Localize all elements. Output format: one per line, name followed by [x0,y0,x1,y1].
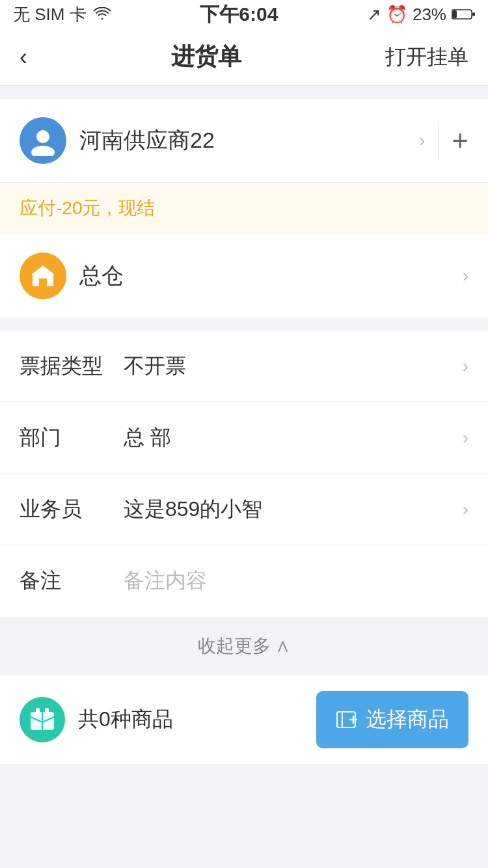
warehouse-name: 总仓 [79,261,463,291]
status-left: 无 SIM 卡 [13,3,111,26]
notice-text: 应付-20元，现结 [20,198,155,218]
status-time: 下午6:04 [200,1,278,28]
status-bar: 无 SIM 卡 下午6:04 ↗ ⏰ 23% [0,0,488,29]
invoice-label: 票据类型 [20,352,111,381]
warehouse-row[interactable]: 总仓 › [0,234,488,318]
nav-bar: ‹ 进货单 打开挂单 [0,29,488,86]
collapse-label: 收起更多 ∧ [198,636,291,656]
collapse-bar[interactable]: 收起更多 ∧ [0,617,488,675]
svg-point-3 [36,130,49,143]
department-value: 总 部 [111,424,463,452]
svg-rect-7 [39,278,47,286]
department-row[interactable]: 部门 总 部 › [0,402,488,474]
page-title: 进货单 [171,41,241,73]
invoice-row[interactable]: 票据类型 不开票 › [0,331,488,402]
svg-rect-1 [452,10,457,18]
remark-input[interactable]: 备注内容 [111,567,468,595]
invoice-chevron-icon: › [463,356,468,377]
wifi-icon [93,5,111,25]
svg-marker-6 [31,265,55,275]
bottom-section: 共0种商品 选择商品 [0,675,488,764]
svg-rect-10 [36,708,40,714]
remark-label: 备注 [20,567,111,595]
invoice-value: 不开票 [111,352,463,381]
supplier-section: 河南供应商22 › + 应付-20元，现结 总仓 › [0,99,488,318]
page-background [0,764,488,868]
supplier-avatar [20,117,66,164]
remark-row[interactable]: 备注 备注内容 [0,545,488,617]
product-icon-wrap [20,697,65,742]
supplier-row[interactable]: 河南供应商22 › + [0,99,488,183]
department-label: 部门 [20,424,111,452]
product-count-text: 共0种商品 [78,705,316,734]
add-button[interactable]: + [452,124,468,157]
select-product-button[interactable]: 选择商品 [316,691,468,748]
section-gap-1 [0,86,488,99]
carrier-text: 无 SIM 卡 [13,3,87,26]
department-chevron-icon: › [463,427,468,448]
open-pending-button[interactable]: 打开挂单 [385,43,468,72]
warehouse-chevron-icon: › [463,265,468,286]
svg-point-4 [31,146,55,156]
battery-icon [452,8,475,20]
vertical-divider [438,121,439,160]
salesperson-value: 这是859的小智 [111,495,463,524]
warehouse-icon-wrap [20,252,66,299]
form-section: 票据类型 不开票 › 部门 总 部 › 业务员 这是859的小智 › 备注 备注… [0,331,488,617]
supplier-chevron-icon: › [419,130,425,151]
back-button[interactable]: ‹ [20,44,27,71]
alarm-icon: ⏰ [386,5,407,25]
location-icon: ↗ [367,5,381,25]
svg-rect-2 [472,12,475,16]
salesperson-row[interactable]: 业务员 这是859的小智 › [0,474,488,545]
status-right: ↗ ⏰ 23% [367,5,475,25]
salesperson-label: 业务员 [20,495,111,524]
battery-percent: 23% [413,5,446,25]
select-product-label: 选择商品 [366,705,449,734]
svg-rect-11 [45,708,49,714]
salesperson-chevron-icon: › [463,499,468,520]
notice-bar: 应付-20元，现结 [0,183,488,234]
supplier-name: 河南供应商22 [79,126,419,156]
